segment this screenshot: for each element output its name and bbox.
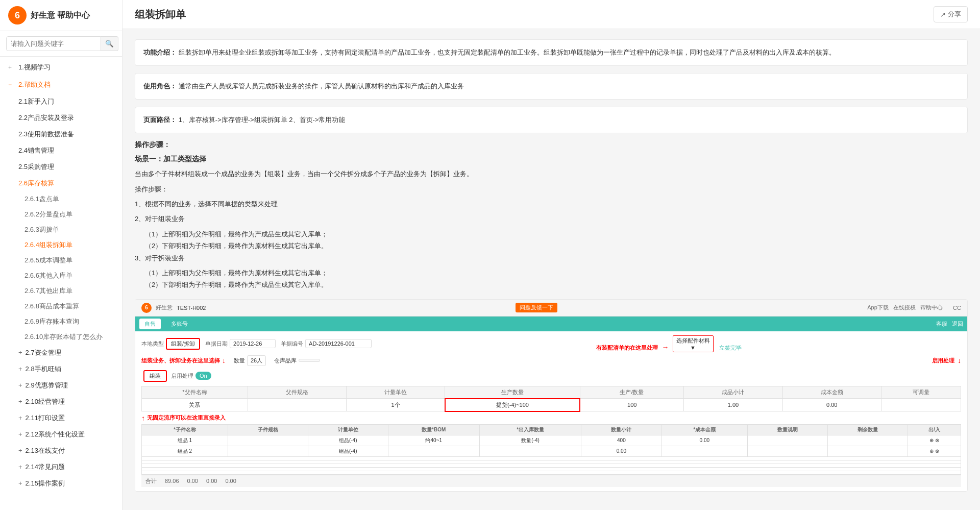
- ss-col-prod-qty: 生产数量: [445, 386, 580, 399]
- table-row: [142, 460, 961, 464]
- ss-col-parent-spec: 父件规格: [248, 386, 346, 399]
- table-row: 关系 1个 提货(-4)~100 100 1.00 0.00: [142, 399, 961, 411]
- ss-empty-row4: [142, 460, 961, 464]
- ss-date-label: 单据日期: [205, 340, 228, 348]
- scene1-step3b: （2）下部明细为子件明细，最终作为产成品生成其它入库单。: [135, 279, 968, 290]
- ss-footer-total1: 89.06: [165, 478, 179, 484]
- ss-nav-multi[interactable]: 多账号: [166, 319, 193, 329]
- sidebar-item-stocktake[interactable]: 2.6.1盘点单: [0, 191, 122, 207]
- ss-logo: 6: [141, 303, 152, 313]
- sidebar-item-transfer[interactable]: 2.6.3调拨单: [0, 222, 122, 237]
- ss-footer-total4: 0.00: [225, 478, 236, 484]
- scene1-steps-title: 操作步骤：: [135, 183, 968, 195]
- ss-badge: 问题反馈一下: [516, 303, 557, 312]
- sidebar-item-assembly[interactable]: 2.6.4组装拆卸单: [0, 237, 122, 253]
- ss-sub-cell-cost2: [662, 446, 748, 456]
- content-area: 功能介绍： 组装拆卸单用来处理企业组装或拆卸等加工业务，支持有固定装配清单的产品…: [122, 29, 980, 510]
- ss-sub-cell-remain1: [828, 435, 908, 446]
- sidebar-item-mobile[interactable]: +2.8手机旺铺: [0, 361, 122, 377]
- ss-config-input[interactable]: 选择配件材料▼: [673, 335, 714, 352]
- sidebar-item-other-out[interactable]: 2.6.7其他出库单: [0, 283, 122, 299]
- ss-footer: 合计 89.06 0.00 0.00 0.00: [141, 475, 961, 487]
- ss-config-btn[interactable]: 选择配件材料▼: [673, 335, 714, 352]
- ss-sub-cell-sub2: 0.00: [581, 446, 662, 456]
- ss-switch[interactable]: On: [195, 372, 211, 380]
- sidebar-item-sales[interactable]: 2.4销售管理: [0, 142, 122, 159]
- nav-label: 2.1新手入门: [18, 98, 54, 105]
- sidebar-item-account-error[interactable]: 2.6.10库存账本错了怎么办: [0, 329, 122, 345]
- sidebar-item-purchase[interactable]: 2.5采购管理: [0, 159, 122, 175]
- page-title: 组装拆卸单: [135, 8, 186, 21]
- sidebar-item-cost-adjust[interactable]: 2.6.5成本调整单: [0, 253, 122, 268]
- ss-assembly-type: 组装业务、拆卸业务在这里选择 ↓: [141, 356, 226, 365]
- ss-docno-field: 单据编号 AD-20191226-001: [281, 339, 372, 348]
- sidebar-item-inventory[interactable]: 2.6库存核算: [0, 175, 122, 191]
- sidebar-item-personalize[interactable]: +2.12系统个性化设置: [0, 426, 122, 443]
- plus-icon: +: [8, 64, 15, 71]
- ss-col-parent-name: *父件名称: [142, 386, 248, 399]
- sidebar-item-video[interactable]: + 1.视频学习: [0, 59, 122, 76]
- ss-sub-cell-inout1: 数量(-4): [479, 435, 581, 446]
- ss-sub-cell-io2: ⊕ ⊗: [908, 446, 961, 456]
- sidebar-item-print[interactable]: +2.11打印设置: [0, 410, 122, 426]
- ss-qty-label: 数量: [234, 357, 245, 365]
- ss-col-unit: 计量单位: [347, 386, 445, 399]
- share-button[interactable]: ↗ 分享: [934, 6, 968, 22]
- sidebar-item-other-in[interactable]: 2.6.6其他入库单: [0, 268, 122, 283]
- ss-arrow-down1: ↓: [222, 356, 226, 365]
- function-intro-text: 组装拆卸单用来处理企业组装或拆卸等加工业务，支持有固定装配清单的产品加工业务，也…: [179, 48, 836, 56]
- ss-annotation3: 组装业务、拆卸业务在这里选择: [141, 357, 220, 365]
- ss-form-row1: 本地类型 组装/拆卸 单据日期 2019-12-26 单据编号 AD-20191…: [141, 335, 961, 352]
- ss-sub-col-child-name: *子件名称: [142, 424, 228, 435]
- sidebar-item-cases[interactable]: +2.15操作案例: [0, 475, 122, 492]
- ss-arrow-annotation4: ↑: [141, 414, 145, 422]
- ss-sub-col-qty-sub: 数量小计: [581, 424, 662, 435]
- ss-qty-value: 26人: [247, 355, 266, 366]
- sidebar-item-partial-stocktake[interactable]: 2.6.2分量盘点单: [0, 207, 122, 222]
- ss-doc-type-label: 本地类型: [141, 340, 164, 348]
- ss-brand: 好生意: [156, 304, 173, 311]
- ss-type-box[interactable]: 组装/拆卸: [166, 338, 200, 350]
- ss-form-row2: 组装业务、拆卸业务在这里选择 ↓ 数量 26人 仓库品库 启用处理 ↓: [141, 355, 961, 366]
- scene1-step2a: （1）上部明细为父件明细，最终作为产成品生成其它入库单；: [135, 228, 968, 240]
- ss-cell-cost-amt: 0.00: [782, 399, 881, 411]
- ss-nav: 自售 多账号 客服 退回: [135, 317, 967, 331]
- sidebar: 6 好生意 帮助中心 🔍 + 1.视频学习 − 2.帮助文档 2.1新手入门 2…: [0, 0, 122, 510]
- ss-annotation5-area: 启用处理 ↓: [328, 356, 961, 365]
- ss-sub-cell-unit1: 组品(-4): [308, 435, 388, 446]
- sidebar-item-install[interactable]: 2.2产品安装及登录: [0, 110, 122, 126]
- ss-annotation4-area: ↑ 无固定流序可以在这里直接录入: [141, 414, 961, 422]
- top-bar: 组装拆卸单 ↗ 分享: [122, 0, 980, 29]
- search-input[interactable]: [6, 36, 101, 51]
- ss-confirm-btn[interactable]: 立签完毕: [719, 345, 742, 351]
- sidebar-item-online-pay[interactable]: +2.13在线支付: [0, 443, 122, 459]
- sidebar-item-faq[interactable]: +2.14常见问题: [0, 459, 122, 475]
- sidebar-item-fund[interactable]: +2.7资金管理: [0, 345, 122, 361]
- minus-icon: −: [8, 81, 15, 88]
- ss-sub-cell-spec1: [228, 435, 308, 446]
- ss-footer-label: 合计: [145, 477, 157, 485]
- path-box: 页面路径： 1、库存核算->库存管理->组装拆卸单 2、首页->常用功能: [135, 107, 968, 133]
- search-button[interactable]: 🔍: [101, 36, 118, 51]
- ss-warehouse-input[interactable]: [299, 359, 320, 362]
- ss-warehouse-field: 仓库品库: [274, 357, 320, 365]
- scene1-title: 场景一：加工类型选择: [135, 155, 968, 164]
- ss-cell-adjustable: [881, 399, 961, 411]
- ss-sub-cell-bom1: 约40~1: [388, 435, 479, 446]
- function-intro-box: 功能介绍： 组装拆卸单用来处理企业组装或拆卸等加工业务，支持有固定装配清单的产品…: [135, 39, 968, 66]
- ss-sub-col-qty-bom: 数量*BOM: [388, 424, 479, 435]
- sidebar-item-help-doc[interactable]: − 2.帮助文档: [0, 76, 122, 93]
- steps-section: 操作步骤： 场景一：加工类型选择 当由多个子件材料组装成一个成品的业务为【组装】…: [135, 140, 968, 291]
- sidebar-item-coupon[interactable]: +2.9优惠券管理: [0, 377, 122, 394]
- ss-sub-col-cost2: *成本金额: [662, 424, 748, 435]
- ss-cell-unit: 1个: [347, 399, 445, 411]
- sidebar-item-data-prep[interactable]: 2.3使用前数据准备: [0, 126, 122, 142]
- sidebar-item-cost-reset[interactable]: 2.6.8商品成本重算: [0, 299, 122, 314]
- ss-sub-col-inout: 出/入: [908, 424, 961, 435]
- sidebar-item-new-user[interactable]: 2.1新手入门: [0, 93, 122, 110]
- sidebar-item-operation[interactable]: +2.10经营管理: [0, 394, 122, 410]
- ss-assembly-btn[interactable]: 组装: [143, 370, 167, 382]
- ss-header: 6 好生意 TEST-H002 问题反馈一下 App下载 在线授权 帮助中心 C…: [135, 300, 967, 317]
- ss-nav-home[interactable]: 自售: [139, 319, 161, 329]
- sidebar-item-stock-check[interactable]: 2.6.9库存账本查询: [0, 314, 122, 329]
